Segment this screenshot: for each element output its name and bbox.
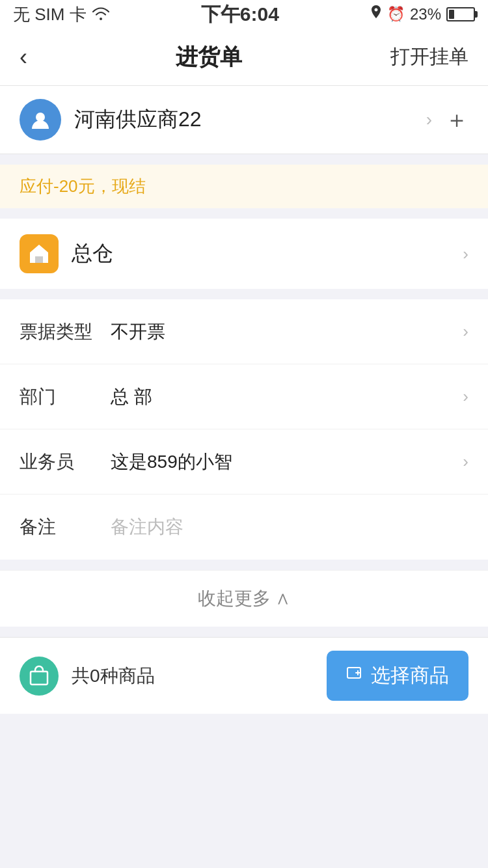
status-carrier: 无 SIM 卡 [13, 3, 110, 26]
supplier-chevron-icon: › [426, 109, 432, 130]
svg-rect-1 [35, 256, 43, 263]
select-products-label: 选择商品 [371, 662, 449, 689]
alarm-icon: ⏰ [387, 6, 405, 23]
svg-point-0 [36, 113, 45, 122]
open-pending-button[interactable]: 打开挂单 [390, 44, 468, 70]
page-title: 进货单 [176, 42, 242, 72]
status-time: 下午6:04 [201, 1, 279, 28]
warehouse-row[interactable]: 总仓 › [0, 219, 488, 289]
status-bar: 无 SIM 卡 下午6:04 ⏰ 23% [0, 0, 488, 29]
form-section: 票据类型 不开票 › 部门 总 部 › 业务员 这是859的小智 › 备注 备注… [0, 299, 488, 560]
wifi-icon [92, 5, 110, 25]
warehouse-chevron-icon: › [463, 244, 468, 264]
department-value: 总 部 [111, 385, 463, 409]
remark-input[interactable]: 备注内容 [111, 515, 468, 539]
battery-icon [446, 7, 475, 21]
department-row[interactable]: 部门 总 部 › [0, 364, 488, 429]
select-products-icon [346, 664, 364, 687]
add-supplier-button[interactable]: ＋ [445, 104, 468, 136]
supplier-section: 河南供应商22 › ＋ [0, 86, 488, 154]
select-products-button[interactable]: 选择商品 [327, 651, 468, 701]
department-chevron-icon: › [463, 387, 468, 407]
product-count: 共0种商品 [72, 664, 327, 688]
remark-label: 备注 [20, 515, 111, 539]
remark-row[interactable]: 备注 备注内容 [0, 495, 488, 560]
collapse-label: 收起更多 ∧ [198, 588, 291, 608]
supplier-avatar [20, 99, 61, 141]
department-label: 部门 [20, 385, 111, 409]
notice-bar: 应付-20元，现结 [0, 165, 488, 208]
collapse-button[interactable]: 收起更多 ∧ [0, 570, 488, 627]
carrier-label: 无 SIM 卡 [13, 3, 87, 26]
sales-rep-row[interactable]: 业务员 这是859的小智 › [0, 429, 488, 495]
invoice-type-chevron-icon: › [463, 321, 468, 342]
battery-percent: 23% [410, 5, 441, 23]
warehouse-icon [20, 234, 59, 273]
bottom-bar: 共0种商品 选择商品 [0, 637, 488, 714]
nav-bar: ‹ 进货单 打开挂单 [0, 29, 488, 86]
sales-rep-chevron-icon: › [463, 452, 468, 472]
supplier-row[interactable]: 河南供应商22 › ＋ [0, 86, 488, 154]
supplier-name: 河南供应商22 [74, 105, 426, 134]
sales-rep-label: 业务员 [20, 450, 111, 474]
back-button[interactable]: ‹ [20, 44, 27, 71]
sales-rep-value: 这是859的小智 [111, 450, 463, 474]
status-right: ⏰ 23% [370, 5, 475, 23]
invoice-type-label: 票据类型 [20, 319, 111, 344]
invoice-type-value: 不开票 [111, 319, 463, 344]
svg-rect-2 [31, 671, 47, 685]
location-icon [370, 5, 382, 23]
product-icon [20, 657, 59, 696]
warehouse-name: 总仓 [72, 239, 463, 268]
notice-text: 应付-20元，现结 [20, 176, 146, 196]
invoice-type-row[interactable]: 票据类型 不开票 › [0, 299, 488, 364]
main-content: 河南供应商22 › ＋ 应付-20元，现结 总仓 › 票据类型 不开票 › 部门… [0, 86, 488, 714]
